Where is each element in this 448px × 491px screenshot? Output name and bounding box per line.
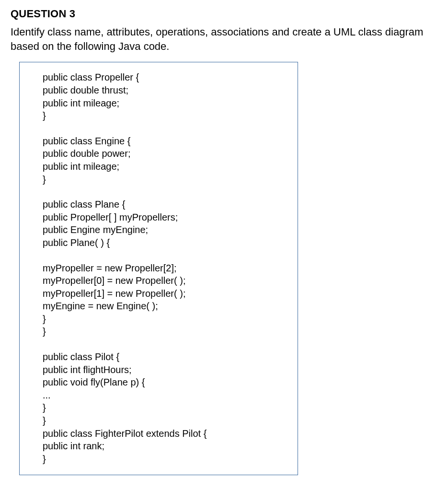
code-block-2: public class Engine { public double powe…: [43, 135, 298, 186]
code-block-3: public class Plane { public Propeller[ ]…: [43, 198, 298, 249]
page: QUESTION 3 Identify class name, attribut…: [0, 0, 448, 487]
code-block-4: myPropeller = new Propeller[2]; myPropel…: [43, 262, 298, 339]
code-block-5: public class Pilot { public int flightHo…: [43, 351, 298, 389]
code-block-1: public class Propeller { public double t…: [43, 71, 298, 122]
code-block-6: ... } } public class FighterPilot extend…: [43, 389, 298, 466]
question-title: QUESTION 3: [11, 8, 437, 20]
code-box: public class Propeller { public double t…: [19, 62, 298, 475]
question-prompt: Identify class name, attributes, operati…: [11, 25, 437, 53]
